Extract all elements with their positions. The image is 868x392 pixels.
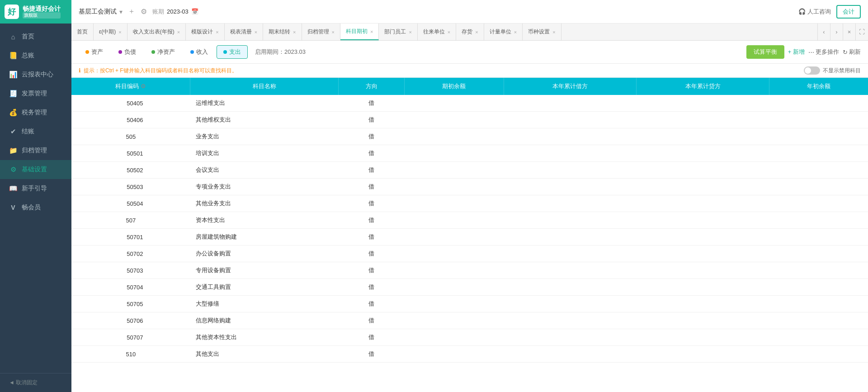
sidebar-item-checkout[interactable]: ✔ 结账	[0, 122, 71, 141]
tab-scroll-left[interactable]: ‹	[817, 24, 830, 41]
cell-name: 资本性支出	[190, 212, 339, 229]
sidebar-footer[interactable]: ◄ 取消固定	[0, 373, 71, 392]
calendar-icon[interactable]: 📅	[191, 8, 198, 15]
cell-balance	[404, 279, 504, 296]
cell-year-balance	[769, 162, 868, 179]
tab-inventory[interactable]: 存货 ×	[456, 24, 484, 40]
cell-code: 50704	[71, 279, 190, 296]
tab-close-all[interactable]: ×	[843, 24, 855, 41]
table-row: 50405 运维维支出 借	[71, 95, 868, 112]
subtab-income[interactable]: 收入	[184, 45, 215, 59]
company-selector[interactable]: 基层工会测试 ▾	[79, 8, 123, 16]
cell-direction: 借	[339, 229, 404, 246]
cell-credit	[637, 195, 769, 212]
cell-direction: 借	[339, 212, 404, 229]
close-icon[interactable]: ×	[475, 29, 478, 35]
sidebar-label-invoice: 发票管理	[22, 90, 47, 98]
close-icon[interactable]: ×	[118, 29, 121, 35]
close-icon[interactable]: ×	[409, 29, 411, 35]
close-icon[interactable]: ×	[177, 29, 180, 35]
tab-dept-staff[interactable]: 部门员工 ×	[379, 24, 417, 40]
report-icon: 📊	[9, 71, 17, 79]
cell-debit	[504, 145, 637, 162]
sidebar-label-settings: 基础设置	[22, 165, 47, 174]
cell-code: 50406	[71, 112, 190, 128]
refresh-button[interactable]: ↻ 刷新	[843, 48, 861, 56]
consult-button[interactable]: 🎧 人工咨询	[798, 8, 831, 16]
close-icon[interactable]: ×	[552, 29, 555, 35]
subtab-net-asset[interactable]: 净资产	[145, 45, 182, 59]
user-role-button[interactable]: 会计	[836, 5, 861, 19]
tab-archive-label: 归档管理	[307, 28, 329, 36]
cell-year-balance	[769, 296, 868, 312]
add-company-button[interactable]: ＋	[128, 7, 135, 16]
close-icon[interactable]: ×	[216, 29, 218, 35]
col-code: 科目编码 ⚙	[71, 78, 190, 95]
tab-tax[interactable]: 税表清册 ×	[225, 24, 263, 40]
col-year-balance: 年初余额	[769, 78, 868, 95]
toggle-switch[interactable]	[804, 66, 820, 75]
subtab-asset[interactable]: 资产	[79, 45, 110, 59]
tab-scroll-right[interactable]: ›	[830, 24, 843, 41]
col-settings-icon[interactable]: ⚙	[141, 83, 146, 90]
main-area: 基层工会测试 ▾ ＋ ⚙ 账期 2023-03 📅 🎧 人工咨询 会计 首页 ε…	[71, 0, 868, 392]
cell-code: 507	[71, 212, 190, 229]
tab-annual[interactable]: 收入支出表(年报) ×	[127, 24, 186, 40]
tab-subject-init[interactable]: 科目期初 ×	[340, 24, 379, 40]
tab-unit[interactable]: 计量单位 ×	[484, 24, 523, 40]
sidebar-item-tax[interactable]: 💰 税务管理	[0, 103, 71, 122]
more-button[interactable]: ⋯ 更多操作	[808, 48, 839, 56]
sidebar-item-report[interactable]: 📊 云报表中心	[0, 65, 71, 84]
cell-direction: 借	[339, 162, 404, 179]
calc-balance-button[interactable]: 试算平衡	[746, 45, 784, 59]
close-icon[interactable]: ×	[255, 29, 257, 35]
disable-toggle[interactable]: 不显示禁用科目	[804, 66, 861, 75]
close-icon[interactable]: ×	[514, 29, 517, 35]
cell-name: 培训支出	[190, 145, 339, 162]
cell-credit	[637, 346, 769, 363]
close-icon[interactable]: ×	[293, 29, 296, 35]
tab-expand[interactable]: ⛶	[855, 24, 868, 41]
add-button[interactable]: + 新增	[788, 48, 805, 56]
cell-debit	[504, 229, 637, 246]
tab-partner[interactable]: 往来单位 ×	[418, 24, 456, 40]
company-name: 基层工会测试	[79, 8, 117, 16]
subtab-liability[interactable]: 负债	[112, 45, 143, 59]
cell-credit	[637, 312, 769, 329]
cell-name: 大型修缮	[190, 296, 339, 312]
hint-bar: ℹ 提示：按Ctrl + F键并输入科目编码或者科目名称可以查找科目。 不显示禁…	[71, 64, 868, 78]
subtab-expense[interactable]: 支出	[217, 45, 248, 59]
more-label: 更多操作	[816, 48, 839, 56]
sidebar-item-ledger[interactable]: 📒 总账	[0, 46, 71, 65]
tab-period-end[interactable]: 期末结转 ×	[263, 24, 302, 40]
cell-balance	[404, 229, 504, 246]
cell-year-balance	[769, 128, 868, 145]
close-icon[interactable]: ×	[332, 29, 335, 35]
tab-unit-label: 计量单位	[490, 28, 511, 36]
subtab-expense-label: 支出	[229, 48, 241, 56]
sidebar-item-vip[interactable]: V 畅会员	[0, 198, 71, 217]
cell-direction: 借	[339, 112, 404, 128]
settings-button[interactable]: ⚙	[141, 7, 147, 16]
tab-currency[interactable]: 币种设置 ×	[523, 24, 561, 40]
sidebar-item-guide[interactable]: 📖 新手引导	[0, 179, 71, 198]
sidebar-item-home[interactable]: ⌂ 首页	[0, 27, 71, 46]
tab-archive[interactable]: 归档管理 ×	[302, 24, 340, 40]
close-icon[interactable]: ×	[370, 29, 373, 34]
tab-mid[interactable]: ε(中期) ×	[94, 24, 127, 40]
tab-partner-label: 往来单位	[423, 28, 445, 36]
sidebar-item-archive[interactable]: 📁 归档管理	[0, 141, 71, 160]
col-direction: 方向	[339, 78, 404, 95]
topbar-right: 🎧 人工咨询 会计	[798, 5, 861, 19]
sidebar-item-settings[interactable]: ⚙ 基础设置	[0, 160, 71, 179]
cell-balance	[404, 312, 504, 329]
cell-name: 信息网络购建	[190, 312, 339, 329]
tab-home[interactable]: 首页	[71, 24, 94, 40]
cell-balance	[404, 246, 504, 262]
sidebar-item-invoice[interactable]: 🧾 发票管理	[0, 84, 71, 103]
period-value: 2023-03	[167, 8, 189, 15]
cell-credit	[637, 128, 769, 145]
subject-table: 科目编码 ⚙ 科目名称 方向 期初余额 本年累计借方 本年累计贷方 年初余额 5…	[71, 78, 868, 363]
tab-template[interactable]: 模版设计 ×	[186, 24, 224, 40]
close-icon[interactable]: ×	[448, 29, 450, 35]
